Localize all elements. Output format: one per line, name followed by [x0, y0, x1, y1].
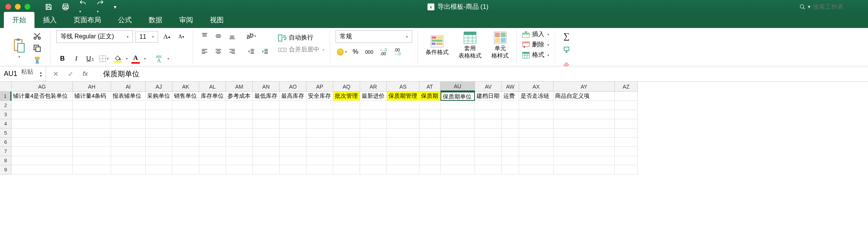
align-right-button[interactable]: [226, 46, 238, 57]
column-header-AM[interactable]: AM: [226, 82, 253, 92]
cell-AY3[interactable]: [554, 110, 615, 119]
cell-AO4[interactable]: [280, 119, 306, 128]
column-header-AK[interactable]: AK: [172, 82, 199, 92]
column-header-AJ[interactable]: AJ: [146, 82, 172, 92]
cell-AW4[interactable]: [502, 119, 519, 128]
cell-AG9[interactable]: [11, 165, 73, 174]
cell-AS2[interactable]: [387, 101, 419, 110]
cell-AS7[interactable]: [387, 147, 419, 156]
autosum-button[interactable]: ∑: [560, 30, 573, 42]
align-center-button[interactable]: [212, 46, 224, 57]
cell-AZ5[interactable]: [615, 128, 638, 138]
cell-AQ7[interactable]: [333, 147, 360, 156]
cell-AJ4[interactable]: [146, 119, 172, 128]
cell-AU8[interactable]: [441, 156, 475, 165]
cell-AN1[interactable]: 最低库存: [253, 92, 280, 101]
cell-AN7[interactable]: [253, 147, 280, 156]
insert-cells-button[interactable]: 插入▾: [522, 30, 549, 38]
cell-AQ2[interactable]: [333, 101, 360, 110]
cell-AU6[interactable]: [441, 138, 475, 147]
cell-AW1[interactable]: 运费: [502, 92, 519, 101]
cell-AX9[interactable]: [519, 165, 554, 174]
cell-AQ5[interactable]: [333, 128, 360, 138]
tab-数据[interactable]: 数据: [140, 12, 171, 28]
cell-AK1[interactable]: 销售单位: [172, 92, 199, 101]
cell-AG8[interactable]: [11, 156, 73, 165]
cell-AY4[interactable]: [554, 119, 615, 128]
cell-AW9[interactable]: [502, 165, 519, 174]
cell-AV1[interactable]: 建档日期: [475, 92, 502, 101]
cell-AG7[interactable]: [11, 147, 73, 156]
cell-AO8[interactable]: [280, 156, 306, 165]
align-top-button[interactable]: [198, 30, 211, 42]
border-button[interactable]: ▾: [98, 53, 110, 64]
cell-AZ9[interactable]: [615, 165, 638, 174]
close-window-button[interactable]: [5, 4, 11, 10]
cell-AT4[interactable]: [419, 119, 441, 128]
cell-AL7[interactable]: [199, 147, 226, 156]
cell-AT9[interactable]: [419, 165, 441, 174]
enter-formula-button[interactable]: ✓: [68, 70, 74, 78]
cell-AT7[interactable]: [419, 147, 441, 156]
conditional-format-button[interactable]: 条件格式: [423, 34, 451, 57]
cell-AO1[interactable]: 最高库存: [280, 92, 306, 101]
cut-button[interactable]: [33, 32, 43, 40]
row-header-5[interactable]: 5: [0, 128, 11, 138]
cell-AY6[interactable]: [554, 138, 615, 147]
cell-AX3[interactable]: [519, 110, 554, 119]
cell-AN9[interactable]: [253, 165, 280, 174]
cell-AR9[interactable]: [360, 165, 387, 174]
cell-AP2[interactable]: [306, 101, 333, 110]
fill-button[interactable]: [560, 44, 573, 56]
cell-AG1[interactable]: 辅计量4是否包装单位: [11, 92, 73, 101]
column-header-AO[interactable]: AO: [280, 82, 306, 92]
cell-AX8[interactable]: [519, 156, 554, 165]
font-family-select[interactable]: 等线 Regular (正文)▾: [56, 30, 133, 43]
cell-AI3[interactable]: [111, 110, 146, 119]
cell-AQ4[interactable]: [333, 119, 360, 128]
cell-AW7[interactable]: [502, 147, 519, 156]
cell-AK9[interactable]: [172, 165, 199, 174]
cell-AM7[interactable]: [226, 147, 253, 156]
maximize-window-button[interactable]: [25, 4, 30, 10]
cell-AX6[interactable]: [519, 138, 554, 147]
cell-AY2[interactable]: [554, 101, 615, 110]
column-header-AZ[interactable]: AZ: [615, 82, 638, 92]
cell-AJ5[interactable]: [146, 128, 172, 138]
cell-AY9[interactable]: [554, 165, 615, 174]
cell-AX5[interactable]: [519, 128, 554, 138]
cell-AP7[interactable]: [306, 147, 333, 156]
percent-button[interactable]: %: [349, 46, 362, 58]
cell-AJ3[interactable]: [146, 110, 172, 119]
cell-AH6[interactable]: [73, 138, 111, 147]
column-header-AL[interactable]: AL: [199, 82, 226, 92]
cell-AP6[interactable]: [306, 138, 333, 147]
cell-AL8[interactable]: [199, 156, 226, 165]
cell-AM9[interactable]: [226, 165, 253, 174]
cell-AM5[interactable]: [226, 128, 253, 138]
cell-AR2[interactable]: [360, 101, 387, 110]
cell-AW5[interactable]: [502, 128, 519, 138]
cell-AO3[interactable]: [280, 110, 306, 119]
cell-AR8[interactable]: [360, 156, 387, 165]
cell-AN8[interactable]: [253, 156, 280, 165]
cell-AK7[interactable]: [172, 147, 199, 156]
column-header-AH[interactable]: AH: [73, 82, 111, 92]
row-header-2[interactable]: 2: [0, 101, 11, 110]
cell-AN4[interactable]: [253, 119, 280, 128]
cell-AO7[interactable]: [280, 147, 306, 156]
cell-AR6[interactable]: [360, 138, 387, 147]
cell-AO9[interactable]: [280, 165, 306, 174]
column-header-AQ[interactable]: AQ: [333, 82, 360, 92]
cell-AZ2[interactable]: [615, 101, 638, 110]
cell-AS6[interactable]: [387, 138, 419, 147]
cell-AG4[interactable]: [11, 119, 73, 128]
cell-AN6[interactable]: [253, 138, 280, 147]
cell-AU2[interactable]: [441, 101, 475, 110]
increase-decimal-button[interactable]: ←.0.00: [377, 46, 389, 58]
cell-AT5[interactable]: [419, 128, 441, 138]
cell-AR1[interactable]: 最新进价: [360, 92, 387, 101]
cell-AN5[interactable]: [253, 128, 280, 138]
cell-AQ3[interactable]: [333, 110, 360, 119]
cell-AW3[interactable]: [502, 110, 519, 119]
